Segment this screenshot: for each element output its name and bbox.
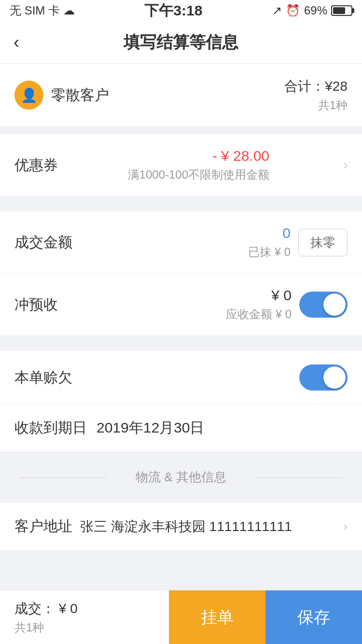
address-value: 张三 海淀永丰科技园 11111111111 xyxy=(80,518,343,536)
prepaid-toggle-knob xyxy=(323,294,346,316)
status-right: ↗ ⏰ 69% xyxy=(272,4,352,17)
bottom-deal-amount: ¥ 0 xyxy=(59,601,78,616)
credit-row: 本单赊欠 xyxy=(0,351,362,405)
deal-amount-value: 0 xyxy=(248,225,291,241)
battery-icon xyxy=(331,5,352,16)
prepaid-right: ¥ 0 应收金额 ¥ 0 xyxy=(226,287,348,322)
coupon-chevron: › xyxy=(343,157,348,173)
due-date-label: 收款到期日 xyxy=(14,418,87,438)
prepaid-sub: 应收金额 ¥ 0 xyxy=(226,307,292,322)
prepaid-row: 冲预收 ¥ 0 应收金额 ¥ 0 xyxy=(0,274,362,336)
divider2 xyxy=(0,343,362,351)
avatar-icon: 👤 xyxy=(21,87,38,103)
bottom-deal-label: 成交： xyxy=(14,601,55,616)
status-bar: 无 SIM 卡 ☁ 下午3:18 ↗ ⏰ 69% xyxy=(0,0,362,21)
deal-amount-section: 成交金额 0 已抹 ¥ 0 抹零 冲预收 ¥ 0 应收金额 ¥ 0 xyxy=(0,211,362,336)
round-zero-button[interactable]: 抹零 xyxy=(298,229,348,256)
customer-right: 合计：¥28 共1种 xyxy=(284,77,348,113)
customer-left: 👤 零散客户 xyxy=(14,81,109,110)
customer-name: 零散客户 xyxy=(51,85,109,105)
due-date-row: 收款到期日 2019年12月30日 xyxy=(0,405,362,451)
address-label: 客户地址 xyxy=(14,517,72,536)
customer-section: 👤 零散客户 合计：¥28 共1种 xyxy=(0,64,362,126)
deal-amount-right: 0 已抹 ¥ 0 抹零 xyxy=(248,225,348,260)
back-button[interactable]: ‹ xyxy=(14,32,19,53)
coupon-sub: 满1000-100不限制使用金额 xyxy=(128,167,269,182)
location-icon: ↗ xyxy=(272,4,282,17)
save-button[interactable]: 保存 xyxy=(265,590,362,644)
status-left: 无 SIM 卡 ☁ xyxy=(10,3,75,18)
avatar: 👤 xyxy=(14,81,43,110)
customer-total: 合计：¥28 xyxy=(284,77,348,96)
customer-count: 共1种 xyxy=(284,98,348,113)
hang-button[interactable]: 挂单 xyxy=(169,590,265,644)
bottom-bar: 成交： ¥ 0 共1种 挂单 保存 xyxy=(0,590,362,644)
nav-bar: ‹ 填写结算等信息 xyxy=(0,21,362,64)
bottom-deal-line: 成交： ¥ 0 xyxy=(14,600,154,618)
battery-percent: 69% xyxy=(304,4,327,17)
sim-label: 无 SIM 卡 ☁ xyxy=(10,3,75,18)
due-date-value: 2019年12月30日 xyxy=(97,418,204,438)
prepaid-label: 冲预收 xyxy=(14,295,58,315)
address-row[interactable]: 客户地址 张三 海淀永丰科技园 11111111111 › xyxy=(0,503,362,550)
divider1 xyxy=(0,204,362,211)
coupon-section: 优惠券 - ¥ 28.00 满1000-100不限制使用金额 › xyxy=(0,134,362,196)
credit-toggle-knob xyxy=(323,366,346,389)
prepaid-toggle[interactable] xyxy=(299,292,348,318)
logistics-label: 物流 & 其他信息 xyxy=(136,470,226,484)
credit-section: 本单赊欠 收款到期日 2019年12月30日 xyxy=(0,351,362,451)
coupon-discount: - ¥ 28.00 xyxy=(128,148,269,164)
bottom-count: 共1种 xyxy=(14,620,154,635)
credit-label: 本单赊欠 xyxy=(14,368,72,388)
deal-amount-label: 成交金额 xyxy=(14,233,72,252)
page-title: 填写结算等信息 xyxy=(124,31,238,54)
prepaid-amount: ¥ 0 xyxy=(226,287,292,304)
logistics-separator: 物流 & 其他信息 xyxy=(0,459,362,495)
alarm-icon: ⏰ xyxy=(286,4,300,17)
credit-toggle[interactable] xyxy=(299,364,348,391)
coupon-row[interactable]: 优惠券 - ¥ 28.00 满1000-100不限制使用金额 › xyxy=(0,134,362,196)
coupon-label: 优惠券 xyxy=(14,155,58,175)
address-chevron: › xyxy=(343,519,348,534)
status-time: 下午3:18 xyxy=(144,1,202,21)
deal-amount-sub: 已抹 ¥ 0 xyxy=(248,244,291,260)
content: 👤 零散客户 合计：¥28 共1种 优惠券 - ¥ 28.00 满1000-10… xyxy=(0,64,362,617)
deal-amount-row: 成交金额 0 已抹 ¥ 0 抹零 xyxy=(0,211,362,274)
bottom-info: 成交： ¥ 0 共1种 xyxy=(0,600,169,635)
